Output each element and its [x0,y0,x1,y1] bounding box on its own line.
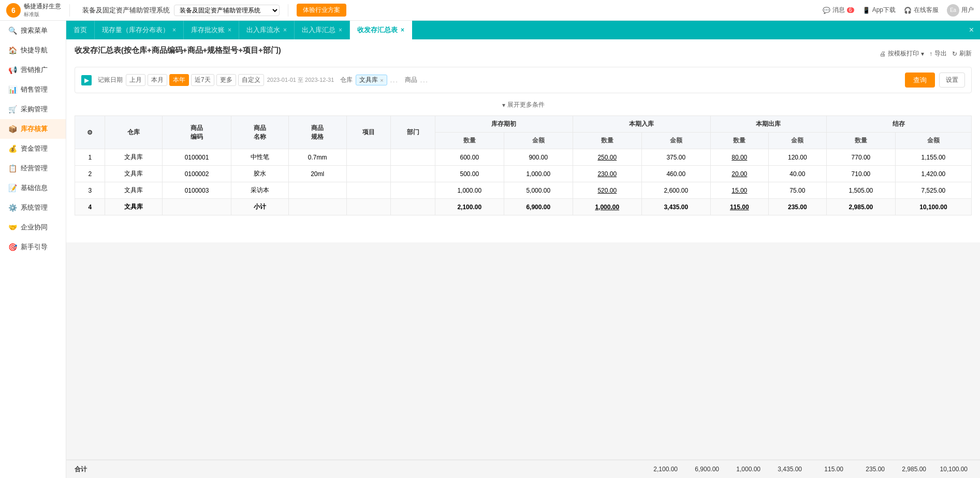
filter-expand-btn[interactable]: ▶ [81,75,92,85]
tab-in-out-summary[interactable]: 出入库汇总 × [295,21,350,39]
date-filter-label: 记账日期 [98,76,123,84]
table-row: 2文具库0100002胶水20ml500.001,000.00230.00460… [75,166,972,182]
sidebar-item-enterprise[interactable]: 🤝 企业协同 [0,218,66,237]
tab-bar-close[interactable]: × [963,25,980,35]
col-settings-header[interactable]: ⚙ [75,116,105,149]
row-warehouse: 文具库 [105,166,163,182]
header-right: 💬 消息 6 📱 App下载 🎧 在线客服 Ea 用户 [823,4,974,17]
export-action[interactable]: ↑ 导出 [929,49,947,58]
filter-action-buttons: 查询 设置 [905,73,965,88]
col-goods-code-header: 商品编码 [163,116,231,149]
expand-more-button[interactable]: ▾ 展开更多条件 [502,97,545,110]
footer-out-amt: 235.00 [847,466,889,473]
sidebar-item-inventory[interactable]: 📦 库存核算 [0,119,66,139]
row-goods-name: 采访本 [231,182,289,199]
row-in-qty[interactable]: 1,000.00 [573,199,641,215]
sidebar-item-search[interactable]: 🔍 搜索菜单 [0,21,66,40]
row-goods-spec: 20ml [288,166,346,182]
warehouse-more-dots[interactable]: ... [390,77,399,84]
date-btn-last-month[interactable]: 上月 [126,74,145,86]
page-content: 收发存汇总表(按仓库+商品编码+商品+规格型号+项目+部门) 🖨 按模板打印 ▾… [66,39,980,478]
col-closing-qty-header: 数量 [826,133,895,149]
col-goods-spec-header: 商品规格 [288,116,346,149]
row-department [391,182,435,199]
user-action[interactable]: Ea 用户 [947,4,974,17]
row-goods-spec [288,182,346,199]
date-btn-this-month[interactable]: 本月 [148,74,167,86]
footer-closing-qty: 2,985.00 [889,466,930,473]
row-out-qty[interactable]: 15.00 [710,182,768,199]
sidebar-item-system[interactable]: ⚙️ 系统管理 [0,198,66,218]
row-opening-amt: 900.00 [504,149,573,166]
col-opening-amt-header: 金额 [504,133,573,149]
goods-more-dots[interactable]: ... [420,77,429,84]
tab-in-out-flow[interactable]: 出入库流水 × [239,21,295,39]
experience-button[interactable]: 体验行业方案 [297,4,346,17]
warehouse-filter-group: 仓库 文具库 × ... [340,75,398,85]
online-service-action[interactable]: 🎧 在线客服 [904,6,939,15]
row-department [391,199,435,215]
row-in-qty[interactable]: 520.00 [573,182,641,199]
print-action[interactable]: 🖨 按模板打印 ▾ [880,49,924,58]
date-btn-more[interactable]: 更多 [216,74,236,86]
row-in-qty[interactable]: 250.00 [573,149,641,166]
row-closing-amt: 7,525.00 [895,182,971,199]
warehouse-tag-close[interactable]: × [380,77,383,83]
tab-close-flow[interactable]: × [283,26,287,34]
row-in-qty[interactable]: 230.00 [573,166,641,182]
avatar: Ea [947,4,959,17]
footer-in-qty: 1,000.00 [723,466,765,473]
refresh-action[interactable]: ↻ 刷新 [952,49,972,58]
tab-bar: 首页 现存量（库存分布表） × 库存批次账 × 出入库流水 × 出入库汇总 × … [66,21,980,39]
col-in-header: 本期入库 [573,116,710,133]
message-action[interactable]: 💬 消息 6 [823,6,854,15]
sidebar-item-sales[interactable]: 📊 销售管理 [0,80,66,99]
row-closing-qty: 1,505.00 [826,182,895,199]
gear-icon: ⚙️ [8,204,17,212]
tab-close-receive-send[interactable]: × [401,26,404,34]
cart-icon: 🛒 [8,105,17,113]
sidebar-item-marketing[interactable]: 📢 营销推广 [0,60,66,80]
footer-label: 合计 [75,465,178,474]
sidebar-item-quick-nav[interactable]: 🏠 快捷导航 [0,40,66,60]
tab-close-batch[interactable]: × [228,26,231,34]
row-warehouse: 文具库 [105,182,163,199]
app-download-action[interactable]: 📱 App下载 [862,6,896,15]
tab-home[interactable]: 首页 [66,21,95,39]
row-in-amt: 460.00 [641,166,710,182]
settings-button[interactable]: 设置 [939,73,965,88]
tab-receive-send[interactable]: 收发存汇总表 × [350,21,412,39]
message-badge: 6 [847,7,854,13]
tab-stock-dist[interactable]: 现存量（库存分布表） × [95,21,184,39]
tab-batch-account[interactable]: 库存批次账 × [184,21,239,39]
data-table: ⚙ 仓库 商品编码 商品名称 商品规格 项目 部门 库存期初 本期入库 本期出库… [75,115,972,215]
top-actions: 🖨 按模板打印 ▾ ↑ 导出 ↻ 刷新 [880,49,972,58]
date-btn-custom[interactable]: 自定义 [238,74,264,86]
col-project-header: 项目 [346,116,391,149]
home-icon: 🏠 [8,46,17,54]
row-warehouse: 文具库 [105,199,163,215]
system-select[interactable]: 装备及固定资产辅助管理系统 [174,5,280,16]
row-out-qty[interactable]: 115.00 [710,199,768,215]
row-in-amt: 375.00 [641,149,710,166]
sidebar-item-finance[interactable]: 💰 资金管理 [0,139,66,158]
date-btn-7days[interactable]: 近7天 [191,74,214,86]
row-out-qty[interactable]: 20.00 [710,166,768,182]
sidebar-item-purchase[interactable]: 🛒 采购管理 [0,99,66,119]
col-in-qty-header: 数量 [573,133,641,149]
row-goods-name: 胶水 [231,166,289,182]
sidebar-item-basic[interactable]: 📝 基础信息 [0,178,66,198]
search-icon: 🔍 [8,26,17,35]
tab-close-stock-dist[interactable]: × [172,26,176,34]
query-button[interactable]: 查询 [905,73,935,88]
row-out-qty[interactable]: 80.00 [710,149,768,166]
refresh-icon: ↻ [952,50,957,57]
table-row: 1文具库0100001中性笔0.7mm600.00900.00250.00375… [75,149,972,166]
tab-close-summary[interactable]: × [339,26,342,34]
row-out-amt: 75.00 [768,182,826,199]
row-goods-code: 0100001 [163,149,231,166]
sidebar-item-operation[interactable]: 📋 经营管理 [0,158,66,178]
date-btn-this-year[interactable]: 本年 [169,74,189,86]
row-goods-code: 0100003 [163,182,231,199]
sidebar-item-guide[interactable]: 🎯 新手引导 [0,237,66,257]
